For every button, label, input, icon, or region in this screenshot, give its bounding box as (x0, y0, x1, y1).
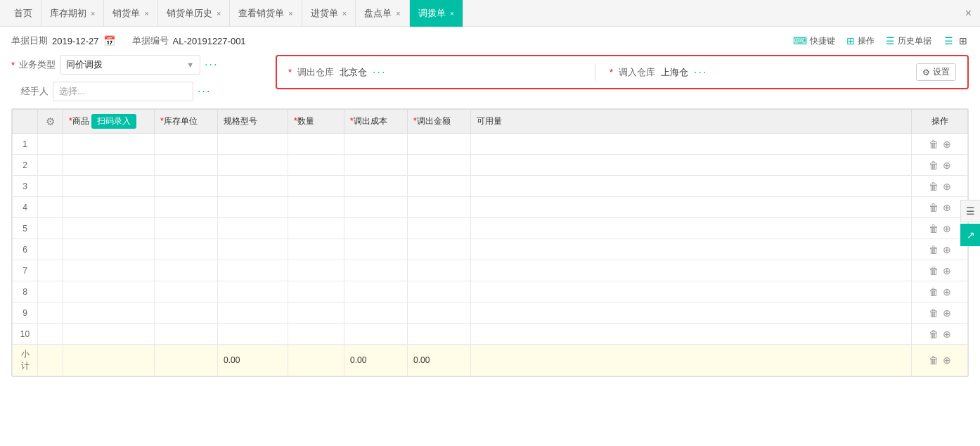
header-row: 单据日期 2019-12-27 📅 单据编号 AL-20191227-001 ⌨… (11, 34, 969, 48)
col-num-header (13, 110, 38, 134)
warehouse-box: * 调出仓库 北京仓 ··· * 调入仓库 上海仓 ··· ⚙ 设置 (276, 55, 969, 89)
docno-label: 单据编号 (132, 34, 169, 47)
copy-icon-11[interactable]: ⊕ (943, 355, 951, 366)
table-row: 8 🗑 ⊕ (13, 281, 968, 302)
tab-home[interactable]: 首页 (6, 0, 41, 27)
history-button[interactable]: ☰ 历史单据 (886, 35, 931, 47)
table-row: 6 🗑 ⊕ (13, 239, 968, 260)
close-sales-history[interactable]: × (217, 9, 221, 18)
layout-grid-icon[interactable]: ⊞ (958, 34, 969, 48)
shortcuts-button[interactable]: ⌨ 快捷键 (793, 35, 835, 47)
warehouse-in-required: * (610, 67, 613, 77)
copy-icon-10[interactable]: ⊕ (943, 329, 951, 340)
col-settings-header[interactable]: ⚙ (38, 110, 63, 134)
close-transfer[interactable]: × (450, 9, 454, 18)
right-list-btn[interactable]: ☰ (960, 200, 980, 222)
tab-sales-history[interactable]: 销货单历史 × (158, 0, 230, 27)
copy-icon-5[interactable]: ⊕ (943, 223, 951, 234)
tab-sales-order[interactable]: 销货单 × (104, 0, 157, 27)
settings-button[interactable]: ⚙ 设置 (916, 63, 956, 81)
close-view-sales[interactable]: × (288, 9, 292, 18)
warehouse-out-more[interactable]: ··· (373, 66, 386, 79)
delete-icon-3[interactable]: 🗑 (929, 181, 939, 192)
form-section: * 业务类型 同价调拨 ▼ ··· 经手人 选择... ··· * 调 (11, 55, 969, 101)
delete-icon-6[interactable]: 🗑 (929, 244, 939, 255)
handler-select[interactable]: 选择... (53, 82, 193, 101)
layout-single-icon[interactable]: ☰ (943, 34, 955, 48)
table-gear-icon[interactable]: ⚙ (46, 115, 55, 127)
layout-icons: ☰ ⊞ (943, 34, 969, 48)
delete-icon-10[interactable]: 🗑 (929, 329, 939, 340)
copy-icon-6[interactable]: ⊕ (943, 244, 951, 255)
business-type-select[interactable]: 同价调拨 ▼ (60, 55, 200, 75)
calendar-icon[interactable]: 📅 (103, 35, 115, 46)
warehouse-in-field: * 调入仓库 上海仓 ··· (610, 66, 902, 79)
delete-icon-11[interactable]: 🗑 (929, 355, 939, 366)
warehouse-in-value: 上海仓 (661, 66, 688, 79)
business-type-more[interactable]: ··· (205, 58, 218, 71)
business-type-required: * (11, 60, 15, 70)
delete-icon-8[interactable]: 🗑 (929, 286, 939, 298)
date-label: 单据日期 (11, 34, 48, 47)
table-row: 4 🗑 ⊕ (13, 197, 968, 218)
business-type-label: 业务类型 (19, 58, 56, 71)
delete-icon-7[interactable]: 🗑 (929, 265, 939, 276)
copy-icon-4[interactable]: ⊕ (943, 202, 951, 213)
copy-icon-3[interactable]: ⊕ (943, 181, 951, 192)
handler-label: 经手人 (21, 85, 49, 98)
header-right: ⌨ 快捷键 ⊞ 操作 ☰ 历史单据 ☰ ⊞ (793, 34, 969, 48)
col-product-header: *商品 扫码录入 (63, 110, 155, 134)
close-purchase-order[interactable]: × (342, 9, 347, 18)
table-row: 7 🗑 ⊕ (13, 260, 968, 281)
close-sales-order[interactable]: × (144, 9, 148, 18)
form-left: * 业务类型 同价调拨 ▼ ··· 经手人 选择... ··· (11, 55, 264, 101)
delete-icon-4[interactable]: 🗑 (929, 202, 939, 213)
copy-icon-7[interactable]: ⊕ (943, 265, 951, 276)
window-close-button[interactable]: × (965, 7, 972, 20)
tab-stock-check[interactable]: 盘点单 × (356, 0, 409, 27)
delete-icon-9[interactable]: 🗑 (929, 307, 939, 319)
row-num-5: 5 (13, 218, 38, 239)
warehouse-out-field: * 调出仓库 北京仓 ··· (288, 66, 581, 79)
scan-button[interactable]: 扫码录入 (91, 114, 136, 129)
copy-icon-9[interactable]: ⊕ (943, 307, 951, 319)
handler-placeholder: 选择... (59, 85, 85, 98)
right-expand-btn[interactable]: ↗ (960, 224, 980, 246)
copy-icon-8[interactable]: ⊕ (943, 286, 951, 298)
operations-button[interactable]: ⊞ 操作 (846, 35, 875, 47)
close-inventory-init[interactable]: × (91, 9, 95, 18)
copy-icon-1[interactable]: ⊕ (943, 139, 951, 150)
col-cost-header: *调出成本 (344, 110, 408, 134)
close-stock-check[interactable]: × (396, 9, 400, 18)
warehouse-out-value: 北京仓 (340, 66, 367, 79)
warehouse-out-required: * (288, 67, 292, 77)
tab-view-sales[interactable]: 查看销货单 × (230, 0, 302, 27)
tab-purchase-order[interactable]: 进货单 × (302, 0, 356, 27)
row-num-6: 6 (13, 239, 38, 260)
col-op-header: 操作 (912, 110, 968, 134)
table-row: 小计 0.00 0.00 0.00 🗑 ⊕ (13, 345, 968, 376)
header-left: 单据日期 2019-12-27 📅 单据编号 AL-20191227-001 (11, 34, 246, 47)
copy-icon-2[interactable]: ⊕ (943, 160, 951, 171)
warehouse-divider (595, 64, 595, 81)
business-type-value: 同价调拨 (66, 58, 103, 71)
table-row: 9 🗑 ⊕ (13, 302, 968, 324)
col-qty-header: *数量 (288, 110, 344, 134)
main-content: 单据日期 2019-12-27 📅 单据编号 AL-20191227-001 ⌨… (0, 27, 980, 384)
delete-icon-5[interactable]: 🗑 (929, 223, 939, 234)
table-row: 3 🗑 ⊕ (13, 176, 968, 197)
row-num-7: 7 (13, 260, 38, 281)
warehouse-in-more[interactable]: ··· (694, 66, 707, 79)
business-type-field: * 业务类型 同价调拨 ▼ ··· (11, 55, 264, 75)
tab-inventory-init[interactable]: 库存期初 × (41, 0, 104, 27)
right-panel: ☰ ↗ (960, 200, 980, 246)
tab-transfer[interactable]: 调拨单 × (410, 0, 463, 27)
history-icon: ☰ (886, 35, 895, 46)
table-row: 1 🗑 ⊕ (13, 134, 968, 155)
main-table: ⚙ *商品 扫码录入 *库存单位 规格型号 *数量 *调出成本 *调出金额 可用… (12, 109, 968, 376)
handler-more[interactable]: ··· (198, 85, 211, 98)
delete-icon-1[interactable]: 🗑 (929, 139, 939, 150)
table-row: 2 🗑 ⊕ (13, 155, 968, 176)
row-num-8: 8 (13, 281, 38, 302)
delete-icon-2[interactable]: 🗑 (929, 160, 939, 171)
